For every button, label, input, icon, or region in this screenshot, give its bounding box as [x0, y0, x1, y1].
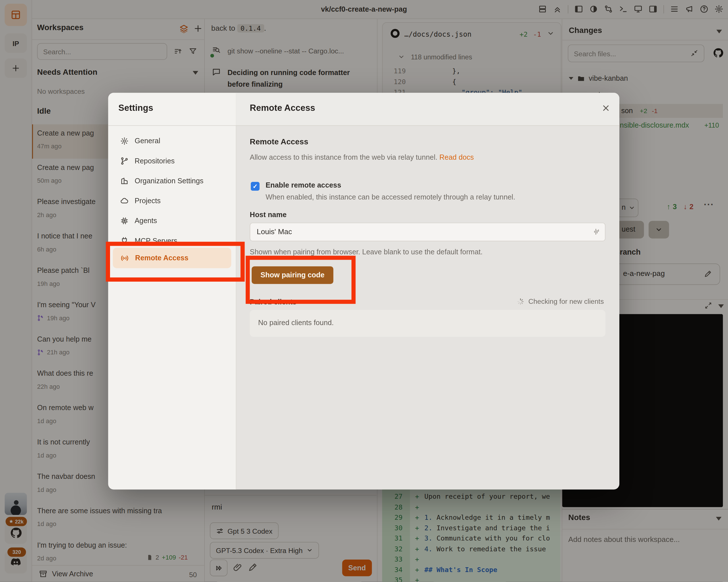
section-title: Remote Access: [250, 137, 308, 147]
read-docs-link[interactable]: Read docs: [439, 153, 474, 161]
paired-clients-panel: No paired clients found.: [250, 310, 605, 337]
annotation-box-show-pairing-code: [246, 256, 356, 304]
nav-label: Projects: [134, 197, 160, 205]
input-cursor-icon: [593, 228, 601, 236]
section-description: Allow access to this instance from the w…: [250, 153, 474, 161]
enable-remote-access-description: When enabled, this instance can be acces…: [266, 193, 515, 201]
settings-title: Settings: [118, 103, 153, 113]
host-name-hint: Shown when pairing from browser. Leave b…: [250, 248, 483, 256]
nav-item-repositories[interactable]: Repositories: [113, 152, 231, 170]
checking-clients-status: Checking for new clients: [517, 298, 604, 305]
nav-item-organization-settings[interactable]: Organization Settings: [113, 172, 231, 190]
modal-title: Remote Access: [250, 103, 315, 113]
app-window: vk/ccf0-create-a-new-pag IP: [0, 0, 728, 582]
cloud-icon: [120, 197, 129, 205]
nav-item-general[interactable]: General: [113, 132, 231, 150]
nav-label: Organization Settings: [134, 177, 203, 185]
spinner-icon: [517, 298, 524, 305]
nav-label: Repositories: [134, 157, 175, 165]
enable-remote-access-checkbox[interactable]: ✓: [251, 182, 260, 191]
settings-modal: Settings General Repositories Organizati…: [108, 93, 619, 490]
cpu-icon: [120, 217, 129, 225]
enable-remote-access-label: Enable remote access: [266, 181, 341, 189]
building-icon: [120, 177, 129, 185]
annotation-box-remote-access-nav: [106, 242, 244, 282]
no-clients-text: No paired clients found.: [258, 319, 334, 327]
nav-label: General: [134, 137, 160, 145]
nav-item-projects[interactable]: Projects: [113, 192, 231, 210]
host-name-label: Host name: [250, 211, 286, 219]
settings-nav: Settings General Repositories Organizati…: [108, 93, 236, 490]
gear-icon: [120, 137, 129, 145]
nav-item-agents[interactable]: Agents: [113, 212, 231, 230]
host-name-value: Louis' Mac: [257, 228, 292, 236]
host-name-input[interactable]: Louis' Mac: [250, 223, 605, 241]
nav-label: Agents: [134, 217, 157, 225]
divider: [108, 125, 619, 126]
close-icon[interactable]: [601, 104, 610, 113]
git-branch-icon: [120, 157, 129, 165]
